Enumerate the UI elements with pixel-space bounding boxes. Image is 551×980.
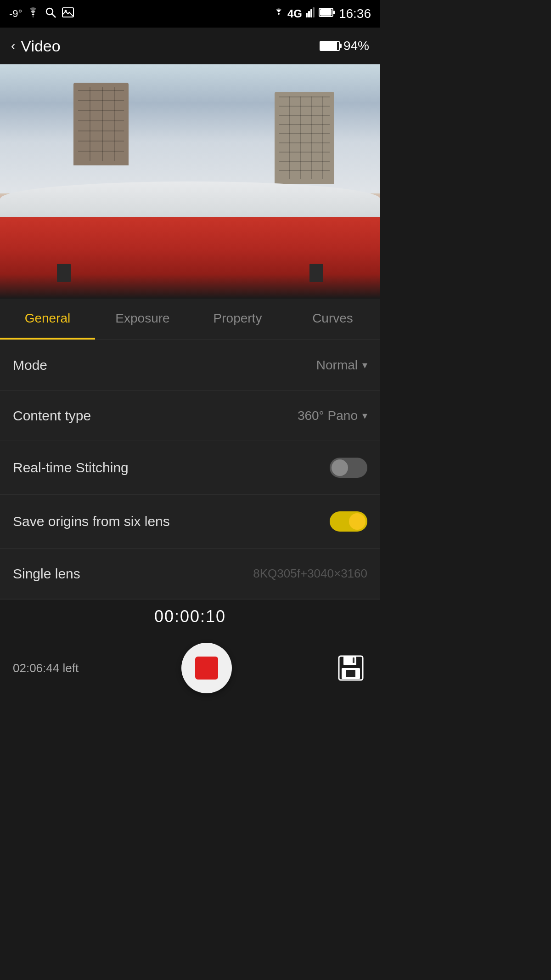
- realtime-stitching-knob: [332, 459, 348, 476]
- save-button[interactable]: [334, 651, 367, 685]
- mode-label: Mode: [13, 357, 47, 373]
- setting-row-content-type[interactable]: Content type 360° Pano ▾: [0, 391, 380, 441]
- tabs-container: General Exposure Property Curves: [0, 299, 380, 340]
- setting-row-realtime-stitching: Real-time Stitching: [0, 441, 380, 495]
- save-icon: [337, 654, 365, 682]
- tab-exposure[interactable]: Exposure: [95, 299, 190, 340]
- search-icon: [44, 6, 57, 22]
- record-button[interactable]: [181, 643, 232, 693]
- battery-icon: [320, 41, 340, 51]
- content-type-value-text: 360° Pano: [298, 408, 358, 423]
- building-left: [73, 83, 129, 165]
- timer-bar: 00:00:10: [0, 599, 380, 634]
- back-button[interactable]: ‹: [11, 39, 15, 53]
- footer-controls: 02:06:44 left: [0, 634, 380, 712]
- mode-value: Normal ▾: [316, 358, 367, 373]
- setting-row-single-lens[interactable]: Single lens 8KQ305f+3040×3160: [0, 549, 380, 599]
- status-time: 16:36: [339, 6, 371, 21]
- signal-bars-icon: [306, 7, 315, 20]
- svg-line-1: [52, 14, 56, 17]
- nav-left: ‹ Video: [11, 37, 61, 55]
- temperature: -9°: [9, 8, 22, 20]
- svg-point-0: [46, 8, 53, 15]
- time-left: 02:06:44 left: [13, 661, 79, 675]
- svg-rect-16: [353, 657, 354, 663]
- svg-rect-6: [308, 11, 310, 17]
- top-nav: ‹ Video 94%: [0, 28, 380, 64]
- status-right: 4G 16:36: [274, 6, 371, 21]
- battery-fill: [320, 42, 337, 50]
- svg-rect-7: [310, 9, 312, 17]
- network-label: 4G: [287, 7, 302, 20]
- save-origins-knob: [349, 513, 365, 530]
- setting-row-save-origins: Save origins from six lens: [0, 495, 380, 549]
- battery-status-icon: [319, 8, 335, 20]
- scene-buildings: [0, 83, 380, 175]
- single-lens-value: 8KQ305f+3040×3160: [253, 566, 367, 581]
- content-type-dropdown-arrow: ▾: [362, 410, 367, 422]
- svg-rect-10: [320, 9, 332, 16]
- single-lens-value-text: 8KQ305f+3040×3160: [253, 566, 367, 581]
- settings-list: Mode Normal ▾ Content type 360° Pano ▾ R…: [0, 340, 380, 599]
- tab-property[interactable]: Property: [190, 299, 285, 340]
- wifi-signal-icon: [274, 7, 284, 20]
- realtime-stitching-toggle[interactable]: [330, 458, 367, 478]
- svg-rect-5: [306, 13, 308, 17]
- status-bar: -9°: [0, 0, 380, 28]
- battery-container: 94%: [320, 39, 369, 53]
- content-type-value: 360° Pano ▾: [298, 408, 367, 423]
- timer-display: 00:00:10: [154, 607, 226, 626]
- save-origins-toggle[interactable]: [330, 511, 367, 532]
- svg-rect-15: [346, 670, 355, 677]
- realtime-stitching-label: Real-time Stitching: [13, 460, 129, 476]
- tab-curves[interactable]: Curves: [285, 299, 380, 340]
- image-icon: [62, 7, 74, 21]
- status-left: -9°: [9, 6, 74, 22]
- mode-value-text: Normal: [316, 358, 358, 373]
- content-type-label: Content type: [13, 408, 91, 424]
- single-lens-label: Single lens: [13, 566, 80, 582]
- save-origins-label: Save origins from six lens: [13, 514, 170, 529]
- svg-rect-11: [333, 11, 335, 14]
- svg-rect-8: [313, 7, 315, 17]
- page-title: Video: [21, 37, 60, 55]
- building-right: [275, 92, 334, 184]
- svg-point-4: [278, 13, 280, 15]
- scene-red-car: [0, 217, 380, 299]
- wifi-icon: [27, 7, 39, 20]
- record-icon: [195, 657, 218, 680]
- mode-dropdown-arrow: ▾: [362, 359, 367, 371]
- tab-general[interactable]: General: [0, 299, 95, 340]
- battery-percent: 94%: [343, 39, 369, 53]
- setting-row-mode[interactable]: Mode Normal ▾: [0, 340, 380, 391]
- video-preview: [0, 64, 380, 299]
